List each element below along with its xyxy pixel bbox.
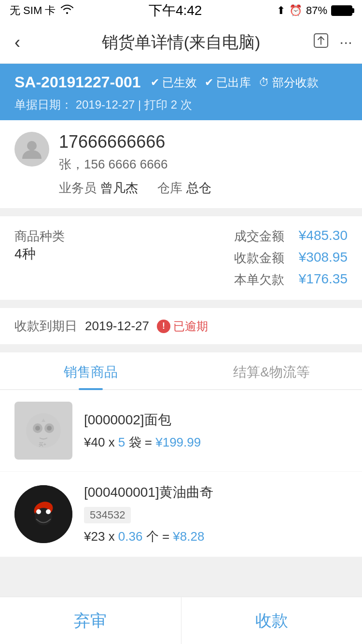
location-icon: ⬆ bbox=[277, 4, 285, 17]
battery-icon bbox=[331, 5, 352, 16]
status-right: ⬆ ⏰ 87% bbox=[277, 4, 352, 17]
owed-amount-row: 本单欠款 ¥176.35 bbox=[234, 271, 348, 288]
product-total-1: ¥199.99 bbox=[155, 435, 201, 449]
check-icon-1: ✔ bbox=[151, 76, 159, 89]
wifi-icon bbox=[60, 4, 74, 17]
cancel-review-button[interactable]: 弃审 bbox=[0, 597, 181, 644]
owed-label: 本单欠款 bbox=[234, 271, 284, 288]
check-icon-2: ✔ bbox=[205, 76, 213, 89]
tab-sales-products[interactable]: 销售商品 bbox=[0, 352, 181, 389]
tabs-row: 销售商品 结算&物流等 bbox=[0, 352, 362, 390]
deal-amount-label: 成交金额 bbox=[234, 228, 284, 245]
received-label: 收款金额 bbox=[234, 250, 284, 266]
customer-name: 17666666666 bbox=[59, 132, 348, 152]
due-date-value: 2019-12-27 bbox=[85, 319, 149, 334]
product-info-1: [0000002]面包 ¥40 x 5 袋 = ¥199.99 bbox=[84, 411, 348, 451]
product-qty-1: 5 bbox=[118, 435, 125, 449]
goods-type-value: 4种 bbox=[14, 245, 65, 263]
amount-section: 商品种类 4种 成交金额 ¥485.30 收款金额 ¥308.95 本单欠款 ¥… bbox=[0, 216, 362, 300]
goods-type-label: 商品种类 bbox=[14, 228, 65, 245]
sales-meta: 业务员 曾凡杰 bbox=[59, 180, 138, 196]
product-qty-2: 0.36 bbox=[118, 529, 143, 544]
product-image-1: 买+ bbox=[14, 402, 72, 460]
status-left: 无 SIM 卡 bbox=[10, 3, 74, 18]
goods-type-block: 商品种类 4种 bbox=[14, 228, 65, 263]
product-info-2: [000400001]黄油曲奇 534532 ¥23 x 0.36 个 = ¥8… bbox=[84, 483, 348, 545]
overdue-badge: ! 已逾期 bbox=[157, 319, 208, 334]
product-eq-2: = bbox=[162, 529, 173, 544]
clock-icon: ⏱ bbox=[259, 76, 269, 89]
product-unit-1: 袋 bbox=[129, 435, 141, 449]
collect-payment-button[interactable]: 收款 bbox=[181, 597, 362, 644]
customer-avatar bbox=[14, 132, 49, 167]
product-price-row-2: ¥23 x 0.36 个 = ¥8.28 bbox=[84, 528, 348, 545]
product-name-2: [000400001]黄油曲奇 bbox=[84, 483, 348, 502]
product-price-x-2: x bbox=[109, 529, 118, 544]
tab-sales-products-label: 销售商品 bbox=[64, 364, 118, 379]
received-value: ¥308.95 bbox=[299, 250, 348, 266]
product-sku-2: 534532 bbox=[84, 507, 131, 523]
status-bar: 无 SIM 卡 下午4:42 ⬆ ⏰ 87% bbox=[0, 0, 362, 21]
banner-row1: SA-20191227-001 ✔ 已生效 ✔ 已出库 ⏱ 部分收款 bbox=[14, 73, 348, 91]
warehouse-label: 仓库 bbox=[157, 180, 182, 196]
svg-text:买+: 买+ bbox=[39, 442, 46, 447]
status-partial-payment: ⏱ 部分收款 bbox=[259, 75, 319, 90]
product-price-row-1: ¥40 x 5 袋 = ¥199.99 bbox=[84, 434, 348, 451]
status-shipped: ✔ 已出库 bbox=[205, 75, 251, 90]
owed-value: ¥176.35 bbox=[299, 271, 348, 288]
banner-date-row: 单据日期： 2019-12-27 | 打印 2 次 bbox=[14, 97, 348, 112]
sales-label: 业务员 bbox=[59, 180, 97, 196]
nav-actions: ··· bbox=[312, 32, 352, 53]
battery-text: 87% bbox=[306, 4, 327, 17]
product-unit-2: 个 bbox=[146, 529, 159, 544]
svg-point-11 bbox=[36, 509, 41, 514]
warehouse-meta: 仓库 总仓 bbox=[157, 180, 211, 196]
product-eq-1: = bbox=[145, 435, 155, 449]
product-price-x-1: x bbox=[109, 435, 118, 449]
customer-meta: 业务员 曾凡杰 仓库 总仓 bbox=[59, 180, 348, 196]
svg-point-12 bbox=[46, 509, 51, 514]
page-title: 销货单详情(来自电脑) bbox=[102, 31, 261, 54]
product-item: 买+ [0000002]面包 ¥40 x 5 袋 = ¥199.99 bbox=[0, 390, 362, 472]
print-info: | 打印 2 次 bbox=[138, 98, 192, 111]
svg-point-1 bbox=[27, 141, 37, 151]
back-button[interactable]: ‹ bbox=[10, 28, 25, 57]
share-button[interactable] bbox=[312, 32, 330, 53]
sales-value: 曾凡杰 bbox=[100, 180, 138, 196]
product-list: 买+ [0000002]面包 ¥40 x 5 袋 = ¥199.99 bbox=[0, 390, 362, 557]
tabs-section: 销售商品 结算&物流等 买+ [0000002] bbox=[0, 352, 362, 557]
svg-point-5 bbox=[35, 426, 40, 431]
due-date-label: 收款到期日 bbox=[14, 318, 77, 335]
customer-section: 17666666666 张，156 6666 6666 业务员 曾凡杰 仓库 总… bbox=[0, 120, 362, 209]
date-label: 单据日期： bbox=[14, 98, 72, 111]
svg-point-6 bbox=[47, 426, 52, 431]
product-total-2: ¥8.28 bbox=[173, 529, 204, 544]
order-id: SA-20191227-001 bbox=[14, 73, 141, 91]
overdue-text: 已逾期 bbox=[173, 319, 208, 334]
status-time: 下午4:42 bbox=[149, 1, 202, 20]
deal-amount-row: 成交金额 ¥485.30 bbox=[234, 228, 348, 245]
status-tags: ✔ 已生效 ✔ 已出库 ⏱ 部分收款 bbox=[151, 75, 319, 90]
status-activated: ✔ 已生效 bbox=[151, 75, 197, 90]
customer-short-name: 张，156 6666 6666 bbox=[59, 156, 348, 173]
product-price-unit-1: ¥40 bbox=[84, 435, 105, 449]
due-date-section: 收款到期日 2019-12-27 ! 已逾期 bbox=[0, 308, 362, 345]
bottom-bar: 弃审 收款 bbox=[0, 597, 362, 644]
carrier-text: 无 SIM 卡 bbox=[10, 3, 56, 18]
overdue-icon: ! bbox=[157, 320, 170, 333]
order-date: 2019-12-27 bbox=[76, 98, 135, 111]
deal-amount-value: ¥485.30 bbox=[299, 228, 348, 245]
cancel-review-label: 弃审 bbox=[74, 610, 107, 632]
amount-right: 成交金额 ¥485.30 收款金额 ¥308.95 本单欠款 ¥176.35 bbox=[234, 228, 348, 288]
collect-payment-label: 收款 bbox=[255, 610, 288, 632]
more-button[interactable]: ··· bbox=[339, 33, 352, 51]
product-item: [000400001]黄油曲奇 534532 ¥23 x 0.36 个 = ¥8… bbox=[0, 472, 362, 557]
tab-settlement-label: 结算&物流等 bbox=[233, 364, 310, 379]
warehouse-value: 总仓 bbox=[186, 180, 211, 196]
header-banner: SA-20191227-001 ✔ 已生效 ✔ 已出库 ⏱ 部分收款 单据日期：… bbox=[0, 64, 362, 120]
tab-settlement[interactable]: 结算&物流等 bbox=[181, 352, 362, 389]
customer-info: 17666666666 张，156 6666 6666 业务员 曾凡杰 仓库 总… bbox=[59, 132, 348, 196]
received-amount-row: 收款金额 ¥308.95 bbox=[234, 250, 348, 266]
nav-bar: ‹ 销货单详情(来自电脑) ··· bbox=[0, 21, 362, 64]
product-name-1: [0000002]面包 bbox=[84, 411, 348, 429]
